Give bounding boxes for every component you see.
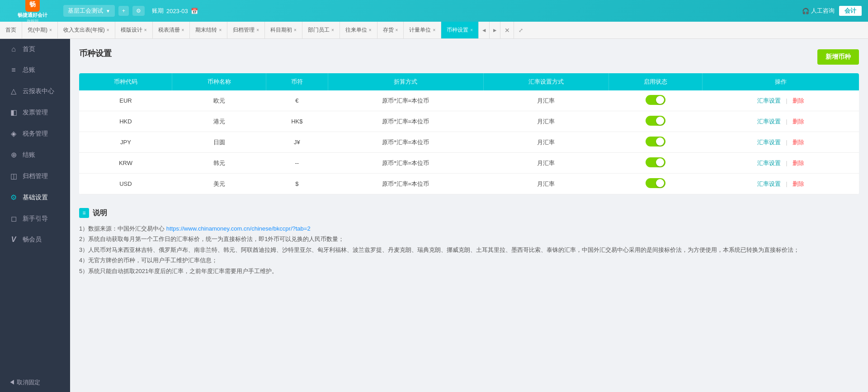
sidebar-item-invoice-label: 发票管理 — [23, 109, 48, 117]
sidebar-item-member-label: 畅会员 — [23, 236, 42, 244]
col-calc-method: 折算方式 — [328, 73, 483, 90]
cell-name-2: 日圆 — [172, 132, 266, 153]
pin-label: ◀ 取消固定 — [9, 378, 40, 387]
settings-icon: ⚙ — [9, 193, 18, 202]
cell-calc-0: 原币*汇率=本位币 — [328, 90, 483, 111]
tab-prev-button[interactable]: ◄ — [479, 22, 490, 38]
note-item-4: 4）无官方牌价的币种，可以用户手工维护汇率信息； — [79, 255, 859, 265]
notes-section: ≡ 说明 1）数据来源：中国外汇交易中心 https://www.chinamo… — [79, 208, 859, 276]
cell-symbol-3: -- — [266, 153, 328, 174]
new-currency-button[interactable]: 新增币种 — [817, 49, 859, 65]
tab-voucher-label: 凭(中期) — [28, 26, 47, 34]
tab-dept-close-icon[interactable]: × — [331, 28, 334, 33]
cell-toggle-2[interactable] — [609, 132, 702, 153]
main-layout: ⌂ 首页 ≡ 总账 △ 云报表中心 ◧ 发票管理 ◈ 税务管理 ⊕ 结账 — [0, 39, 868, 392]
table-row: KRW 韩元 -- 原币*汇率=本位币 月汇率 汇率设置 | 删除 — [79, 153, 859, 174]
tab-income-close-icon[interactable]: × — [107, 28, 109, 33]
notes-list: 1）数据来源：中国外汇交易中心 https://www.chinamoney.c… — [79, 223, 859, 276]
tab-archive-close-icon[interactable]: × — [256, 28, 259, 33]
settings-icon[interactable]: ⚙ — [132, 6, 145, 16]
tab-template[interactable]: 模版设计 × — [115, 22, 153, 38]
rate-setting-link-0[interactable]: 汇率设置 — [757, 97, 781, 104]
tab-subjects[interactable]: 科目期初 × — [265, 22, 302, 38]
toggle-switch-2[interactable] — [646, 137, 665, 146]
delete-link-3[interactable]: 删除 — [793, 160, 804, 166]
tab-inventory[interactable]: 存货 × — [377, 22, 404, 38]
tab-period-end-close-icon[interactable]: × — [219, 28, 222, 33]
sidebar-item-ledger[interactable]: ≡ 总账 — [0, 60, 70, 80]
tab-dept[interactable]: 部门员工 × — [302, 22, 340, 38]
rate-setting-link-3[interactable]: 汇率设置 — [757, 160, 781, 166]
rate-setting-link-2[interactable]: 汇率设置 — [757, 139, 781, 146]
tab-voucher-close-icon[interactable]: × — [49, 28, 52, 33]
toggle-switch-1[interactable] — [646, 116, 665, 126]
action-sep-2: | — [786, 139, 787, 146]
tab-income[interactable]: 收入支出表(年报) × — [58, 22, 115, 38]
sidebar-item-member[interactable]: V 畅会员 — [0, 229, 70, 250]
sidebar-item-home-label: 首页 — [23, 45, 35, 53]
tab-contacts-label: 往来单位 — [345, 26, 367, 34]
guide-icon: ◻ — [9, 214, 18, 223]
rate-setting-link-4[interactable]: 汇率设置 — [757, 180, 781, 187]
tab-inventory-close-icon[interactable]: × — [396, 28, 398, 33]
sidebar-item-guide[interactable]: ◻ 新手引导 — [0, 208, 70, 229]
sidebar-item-checkout[interactable]: ⊕ 结账 — [0, 144, 70, 165]
tab-unit[interactable]: 计量单位 × — [404, 22, 441, 38]
cell-toggle-1[interactable] — [609, 111, 702, 132]
archive-icon: ◫ — [9, 172, 18, 180]
tab-unit-close-icon[interactable]: × — [433, 28, 435, 33]
cell-symbol-2: J¥ — [266, 132, 328, 153]
pin-button[interactable]: ◀ 取消固定 — [0, 373, 70, 392]
tab-archive[interactable]: 归档管理 × — [227, 22, 265, 38]
consulting-button[interactable]: 🎧 人工咨询 — [802, 7, 835, 15]
logo-text: 畅捷通好会计 — [18, 12, 47, 19]
tab-period-end[interactable]: 期末结转 × — [190, 22, 227, 38]
tab-currency-close-icon[interactable]: × — [470, 28, 473, 33]
cell-toggle-0[interactable] — [609, 90, 702, 111]
cell-toggle-3[interactable] — [609, 153, 702, 174]
cell-toggle-4[interactable] — [609, 174, 702, 194]
tab-next-button[interactable]: ► — [490, 22, 500, 38]
tab-maximize-button[interactable]: ⤢ — [514, 22, 528, 38]
sidebar-item-archive[interactable]: ◫ 归档管理 — [0, 165, 70, 187]
cell-code-3: KRW — [79, 153, 172, 174]
toggle-switch-0[interactable] — [646, 95, 665, 105]
tab-home[interactable]: 首页 — [0, 22, 22, 38]
toggle-switch-3[interactable] — [646, 157, 665, 167]
sidebar: ⌂ 首页 ≡ 总账 △ 云报表中心 ◧ 发票管理 ◈ 税务管理 ⊕ 结账 — [0, 39, 70, 392]
sidebar-item-settings[interactable]: ⚙ 基础设置 — [0, 187, 70, 208]
toggle-knob-0 — [656, 96, 664, 104]
tab-template-close-icon[interactable]: × — [144, 28, 147, 33]
delete-link-0[interactable]: 删除 — [793, 97, 804, 104]
sidebar-item-invoice[interactable]: ◧ 发票管理 — [0, 102, 70, 123]
tab-voucher[interactable]: 凭(中期) × — [22, 22, 58, 38]
sidebar-item-home[interactable]: ⌂ 首页 — [0, 39, 70, 60]
company-name: 基层工会测试 — [68, 7, 103, 15]
tab-tax-close-icon[interactable]: × — [182, 28, 184, 33]
delete-link-4[interactable]: 删除 — [793, 180, 804, 187]
add-company-button[interactable]: + — [118, 6, 129, 16]
tab-contacts-close-icon[interactable]: × — [369, 28, 372, 33]
toggle-knob-3 — [656, 158, 664, 166]
sidebar-item-reports[interactable]: △ 云报表中心 — [0, 80, 70, 102]
sidebar-item-tax[interactable]: ◈ 税务管理 — [0, 123, 70, 144]
tab-tax[interactable]: 税表清册 × — [153, 22, 190, 38]
note-item-5: 5）系统只能自动抓取2021年度后的汇率，之前年度汇率需要用户手工维护。 — [79, 266, 859, 276]
company-selector[interactable]: 基层工会测试 ▼ — [63, 5, 115, 17]
account-button[interactable]: 会计 — [838, 5, 863, 17]
notes-link[interactable]: https://www.chinamoney.com.cn/chinese/bk… — [166, 225, 311, 232]
toggle-switch-4[interactable] — [646, 178, 665, 188]
delete-link-2[interactable]: 删除 — [793, 139, 804, 146]
home-icon: ⌂ — [9, 45, 18, 53]
tab-currency[interactable]: 币种设置 × — [441, 22, 479, 38]
tab-dept-label: 部门员工 — [308, 26, 330, 34]
tab-subjects-close-icon[interactable]: × — [294, 28, 297, 33]
col-rate-method: 汇率设置方式 — [483, 73, 609, 90]
tab-close-all-button[interactable]: ✕ — [500, 22, 514, 38]
delete-link-1[interactable]: 删除 — [793, 118, 804, 125]
cell-actions-4: 汇率设置 | 删除 — [703, 174, 859, 194]
tab-contacts[interactable]: 往来单位 × — [340, 22, 377, 38]
action-sep-1: | — [786, 118, 787, 125]
rate-setting-link-1[interactable]: 汇率设置 — [757, 118, 781, 125]
headset-icon: 🎧 — [802, 8, 809, 14]
